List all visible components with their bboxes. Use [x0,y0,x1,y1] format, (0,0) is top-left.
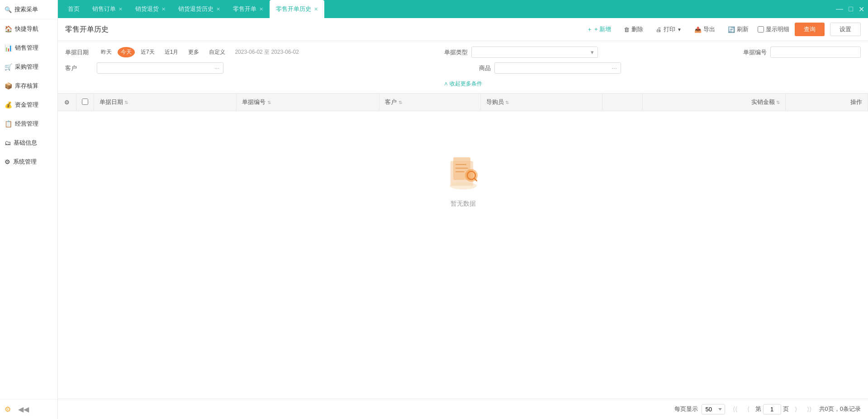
toolbar: ＋ + 新增 🗑 删除 🖨 打印 ▼ 📤 导出 🔄 [583,23,861,36]
page-suffix: 页 [783,405,789,413]
sidebar-item-label: 销售管理 [15,44,38,52]
content-area: 零售开单历史 ＋ + 新增 🗑 删除 🖨 打印 ▼ 📤 导出 [58,18,868,419]
tab-sales-return-history-close[interactable]: ✕ [216,6,220,12]
export-button[interactable]: 📤 导出 [691,24,719,35]
delete-label: 删除 [631,25,643,33]
tab-home[interactable]: 首页 [62,0,86,18]
refresh-icon: 🔄 [728,26,735,33]
col-date[interactable]: 单据日期 [94,94,237,111]
tab-sales-order[interactable]: 销售订单 ✕ [86,0,129,18]
empty-icon [441,147,486,193]
bill-no-input[interactable] [770,47,861,58]
sidebar-item-inventory[interactable]: 📦 库存核算 [0,76,57,95]
col-customer[interactable]: 客户 [379,94,480,111]
print-icon: 🖨 [656,26,662,33]
page-input[interactable]: 1 [763,404,781,414]
empty-text: 暂无数据 [451,200,476,208]
yesterday-btn[interactable]: 昨天 [97,47,116,57]
col-actions-label: 操作 [850,99,862,105]
tab-sales-return-history[interactable]: 销货退货历史 ✕ [172,0,227,18]
delete-button[interactable]: 🗑 删除 [620,24,647,35]
bill-type-select[interactable]: ▾ [471,47,598,58]
query-button[interactable]: 查询 [795,23,825,36]
tab-sales-order-close[interactable]: ✕ [119,6,123,12]
last7days-btn[interactable]: 近7天 [137,47,159,57]
sidebar-search[interactable]: 🔍 搜索采单 [0,0,57,19]
per-page-label: 每页显示 [674,405,698,413]
window-maximize-button[interactable]: □ [849,5,853,13]
money-icon: 💰 [5,101,12,108]
sidebar-gear-button[interactable]: ⚙ [5,405,11,414]
sidebar-item-purchase-mgmt[interactable]: 🛒 采购管理 [0,57,57,76]
print-label: 打印 [664,25,675,33]
col-no[interactable]: 单据编号 [237,94,379,111]
tab-sales-return-close[interactable]: ✕ [161,6,166,12]
col-guide[interactable]: 导购员 [480,94,602,111]
sidebar: 🔍 搜索采单 🏠 快捷导航 📊 销售管理 🛒 采购管理 📦 库存核算 💰 资金管… [0,0,58,419]
display-cols-toggle[interactable]: 显示明细 [758,25,789,33]
goods-dots[interactable]: ··· [612,65,617,71]
col-no-label: 单据编号 [242,99,266,105]
sidebar-item-sales-mgmt[interactable]: 📊 销售管理 [0,38,57,57]
refresh-button[interactable]: 🔄 刷新 [724,24,752,35]
sidebar-item-sys-mgmt[interactable]: ⚙ 系统管理 [0,152,57,171]
tab-retail-open-history[interactable]: 零售开单历史 ✕ [270,0,324,18]
col-date-label: 单据日期 [100,99,123,105]
search-icon: 🔍 [5,6,12,13]
display-cols-label: 显示明细 [766,25,789,33]
pagination: 每页显示 50 10 20 100 ⟨⟨ ⟨ 第 1 页 ⟩ ⟩⟩ 共0页，0条… [58,399,868,419]
add-icon: ＋ [587,25,593,33]
bill-type-label: 单据类型 [441,48,468,56]
customer-select[interactable]: ··· [97,62,223,74]
sidebar-item-label: 系统管理 [13,158,37,166]
chart-icon: 📊 [5,44,12,52]
folder-icon: 🗂 [5,139,11,146]
empty-state: 暂无数据 [58,111,868,226]
add-button[interactable]: ＋ + 新增 [583,24,615,35]
last-month-btn[interactable]: 近1月 [161,47,183,57]
sidebar-item-finance[interactable]: 💰 资金管理 [0,95,57,114]
window-close-button[interactable]: ✕ [859,5,864,14]
sidebar-collapse-button[interactable]: ◀◀ [18,405,29,414]
col-guide-label: 导购员 [486,99,504,105]
page-label: 第 [755,405,761,413]
sidebar-item-basic-info[interactable]: 🗂 基础信息 [0,133,57,152]
col-check [76,94,94,111]
display-cols-checkbox[interactable] [758,26,764,33]
sidebar-footer: ⚙ ◀◀ [0,399,57,419]
print-arrow-icon: ▼ [677,27,682,32]
goods-select[interactable]: ··· [494,62,621,74]
collapse-conditions-btn[interactable]: ∧ 收起更多条件 [65,78,861,91]
customer-dots[interactable]: ··· [214,65,219,71]
select-all-checkbox[interactable] [82,99,88,105]
col-gear[interactable]: ⚙ [58,94,76,111]
settings-button[interactable]: 设置 [830,23,861,36]
tab-retail-open-history-close[interactable]: ✕ [314,6,318,12]
tab-sales-return-label: 销货退货 [135,5,159,13]
tab-retail-open-close[interactable]: ✕ [259,6,263,12]
tab-retail-open[interactable]: 零售开单 ✕ [227,0,270,18]
sidebar-search-label: 搜索采单 [14,5,38,14]
prev-page-btn[interactable]: ⟨ [743,404,754,414]
more-btn[interactable]: 更多 [184,47,203,57]
sidebar-item-label: 经营管理 [15,120,38,128]
today-btn[interactable]: 今天 [118,47,135,57]
print-button[interactable]: 🖨 打印 ▼ [652,24,685,35]
date-filter-buttons: 昨天 今天 近7天 近1月 更多 自定义 [97,47,229,57]
custom-btn[interactable]: 自定义 [205,47,229,57]
sidebar-item-operations[interactable]: 📋 经营管理 [0,114,57,133]
box-icon: 📦 [5,82,12,89]
sidebar-item-label: 采购管理 [15,63,38,71]
first-page-btn[interactable]: ⟨⟨ [729,404,741,414]
col-amount-label: 实销金额 [751,99,775,105]
tab-sales-return[interactable]: 销货退货 ✕ [129,0,172,18]
next-page-btn[interactable]: ⟩ [791,404,801,414]
bill-type-arrow-icon: ▾ [591,49,594,56]
tab-home-label: 首页 [68,5,80,13]
per-page-select[interactable]: 50 10 20 100 [702,404,725,414]
last-page-btn[interactable]: ⟩⟩ [803,404,816,414]
window-minimize-button[interactable]: — [836,5,843,13]
col-amount[interactable]: 实销金额 [643,94,786,111]
sidebar-item-quick-nav[interactable]: 🏠 快捷导航 [0,19,57,38]
trash-icon: 🗑 [624,26,630,33]
